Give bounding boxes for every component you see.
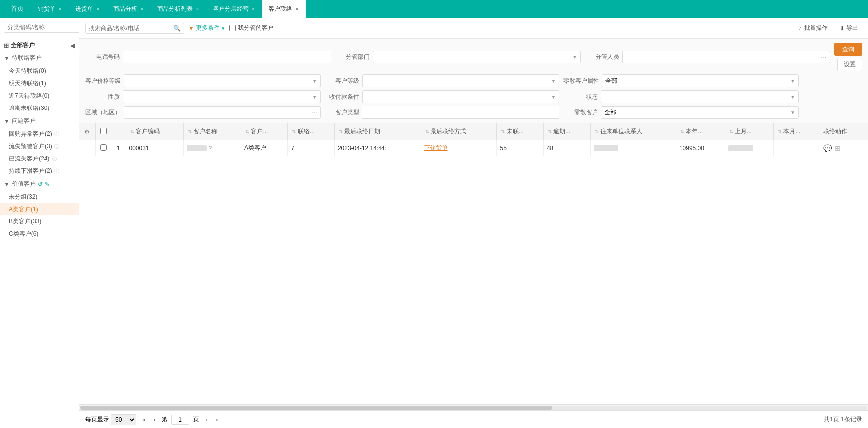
sidebar-item-repurchase-abnormal[interactable]: 回购异常客户(2) ⓘ <box>0 128 79 140</box>
sidebar-item-today[interactable]: 今天待联络(0) <box>0 65 79 77</box>
my-customers-checkbox[interactable] <box>229 25 236 31</box>
retail-customer-select[interactable]: 全部 ▼ <box>601 106 799 119</box>
nav-purchase[interactable]: 进货单 × <box>68 0 106 18</box>
status-dropdown-icon: ▼ <box>790 94 795 100</box>
filter-more-btn[interactable]: ▼ 更多条件 ∧ <box>188 24 225 32</box>
dept-select[interactable]: ▼ <box>373 51 581 63</box>
setting-button[interactable]: 设置 <box>837 58 862 71</box>
page-label: 第 <box>162 415 167 424</box>
action-qr-icon[interactable]: ⊞ <box>835 144 841 152</box>
nav-customer-segment[interactable]: 客户分层经营 × <box>206 0 262 18</box>
gear-icon[interactable]: ⚙ <box>84 128 90 135</box>
col-lastmethod-sort-icon: ⇅ <box>425 129 429 134</box>
sidebar-item-class-a[interactable]: A类客户(1) <box>0 203 79 215</box>
sidebar-item-7days[interactable]: 近7天待联络(0) <box>0 90 79 102</box>
content-area: 🔍 ▼ 更多条件 ∧ 我分管的客户 ☑ 批量操作 ⬇ 导出 <box>79 18 868 428</box>
info-icon-4: ⓘ <box>54 168 59 174</box>
retail-attr-dropdown-icon: ▼ <box>790 78 795 84</box>
last-method-link[interactable]: 下销货单 <box>424 144 448 151</box>
export-icon: ⬇ <box>840 25 845 32</box>
row-gear <box>79 140 95 156</box>
close-all-tabs-icon[interactable]: × <box>860 210 864 218</box>
nav-product-list[interactable]: 商品分析列表 × <box>150 0 206 18</box>
close-customer-segment-icon[interactable]: × <box>252 6 255 12</box>
col-action-header: 联络动作 <box>820 123 868 140</box>
section-pending-contact[interactable]: ▼ 待联络客户 <box>0 52 79 65</box>
col-lastdate-header: ⇅ 最后联络日期 <box>334 123 421 140</box>
row-checkbox[interactable] <box>100 144 107 151</box>
status-label: 状态 <box>563 93 598 101</box>
prev-page-btn[interactable]: ‹ <box>152 415 158 424</box>
price-level-select[interactable]: ▼ <box>124 74 321 87</box>
payment-dropdown-icon: ▼ <box>551 94 556 100</box>
select-all-checkbox[interactable] <box>100 128 107 134</box>
close-product-list-icon[interactable]: × <box>196 6 199 12</box>
sidebar-item-class-b[interactable]: B类客户(33) <box>0 215 79 228</box>
sidebar-item-declining[interactable]: 持续下滑客户(2) ⓘ <box>0 165 79 177</box>
filter-search-icon[interactable]: 🔍 <box>173 25 181 32</box>
sidebar-item-tomorrow[interactable]: 明天待联络(1) <box>0 77 79 90</box>
close-sales-icon[interactable]: × <box>58 6 61 12</box>
left-sidebar: 🔍 ⊞ 全部客户 ◀ ▼ 待联络客户 今天待联络(0) 明天待联络(1) 近7天… <box>0 18 79 428</box>
edit-icon[interactable]: ✎ <box>45 181 50 188</box>
retail-attr-select[interactable]: 全部 ▼ <box>602 74 799 87</box>
sidebar-item-class-c[interactable]: C类客户(6) <box>0 228 79 240</box>
close-purchase-icon[interactable]: × <box>96 6 99 12</box>
refresh-icon[interactable]: ↺ <box>38 181 43 188</box>
last-page-btn[interactable]: » <box>213 415 220 424</box>
payment-select[interactable]: ▼ <box>362 90 560 103</box>
sidebar-item-ungroup[interactable]: 未分组(32) <box>0 191 79 203</box>
phone-input[interactable] <box>123 51 331 63</box>
total-records: 共1页 1条记录 <box>824 415 862 424</box>
customer-type-input[interactable] <box>362 106 560 119</box>
region-dots-icon: ··· <box>311 108 317 116</box>
arrow-icon: ▼ <box>4 55 10 62</box>
first-page-btn[interactable]: « <box>140 415 148 424</box>
row-code: 000031 <box>126 140 183 156</box>
per-page-select[interactable]: 50 100 200 <box>111 414 136 425</box>
manager-select[interactable]: ··· <box>622 51 830 63</box>
customer-table: ⚙ ⇅ 客户编码 ⇅ 客户名称 <box>79 123 868 156</box>
close-customer-contact-icon[interactable]: × <box>295 6 298 12</box>
col-contact-sort-icon: ⇅ <box>292 129 296 134</box>
export-btn[interactable]: ⬇ 导出 <box>836 22 862 34</box>
name-masked-bar <box>187 145 207 151</box>
nature-select[interactable]: ▼ <box>123 90 321 103</box>
row-contact-person <box>591 140 676 156</box>
sidebar-item-churn-warning[interactable]: 流失预警客户(3) ⓘ <box>0 140 79 153</box>
filter-row-1: 电话号码 分管部门 ▼ 分管人员 ··· <box>85 43 862 71</box>
action-icons-container: 💬 ⊞ <box>823 144 865 152</box>
sidebar-search-input[interactable] <box>4 22 79 33</box>
horizontal-scrollbar[interactable] <box>79 404 868 410</box>
my-customers-filter[interactable]: 我分管的客户 <box>229 24 273 32</box>
sidebar-search-container: 🔍 <box>0 18 79 37</box>
status-select[interactable]: ▼ <box>601 90 799 103</box>
info-icon-1: ⓘ <box>54 131 59 137</box>
collapse-sidebar-icon[interactable]: ◀ <box>70 42 75 49</box>
sidebar-all-customer-header[interactable]: ⊞ 全部客户 ◀ <box>0 37 79 52</box>
region-select[interactable]: ··· <box>124 106 321 119</box>
nav-product-analysis[interactable]: 商品分析 × <box>107 0 150 18</box>
nav-home[interactable]: 首页 <box>4 0 31 18</box>
scrollbar-thumb[interactable] <box>80 406 552 410</box>
section-value-customer[interactable]: ▼ 价值客户 ↺ ✎ <box>0 177 79 191</box>
phone-label: 电话号码 <box>85 53 120 61</box>
nav-sales[interactable]: 销货单 × <box>31 0 68 18</box>
section-problem-customer[interactable]: ▼ 问题客户 <box>0 114 79 128</box>
batch-operation-btn[interactable]: ☑ 批量操作 <box>793 22 832 34</box>
row-num: 1 <box>111 140 126 156</box>
sidebar-item-churned[interactable]: 已流失客户(24) ⓘ <box>0 153 79 165</box>
query-button[interactable]: 查询 <box>834 43 862 56</box>
customer-level-select[interactable]: ▼ <box>362 74 560 87</box>
sidebar-item-overdue[interactable]: 逾期未联络(30) <box>0 102 79 114</box>
close-product-analysis-icon[interactable]: × <box>140 6 143 12</box>
col-lastmonth-header: ⇅ 上月... <box>725 123 774 140</box>
action-comment-icon[interactable]: 💬 <box>823 144 832 152</box>
page-input[interactable] <box>171 415 189 425</box>
customer-level-label: 客户等级 <box>325 77 359 85</box>
col-lastmethod-header: ⇅ 最后联络方式 <box>421 123 497 140</box>
nav-customer-contact[interactable]: 客户联络 × <box>262 0 305 18</box>
filter-search-input[interactable] <box>89 25 173 32</box>
next-page-btn[interactable]: › <box>203 415 209 424</box>
row-contact: 7 <box>288 140 334 156</box>
